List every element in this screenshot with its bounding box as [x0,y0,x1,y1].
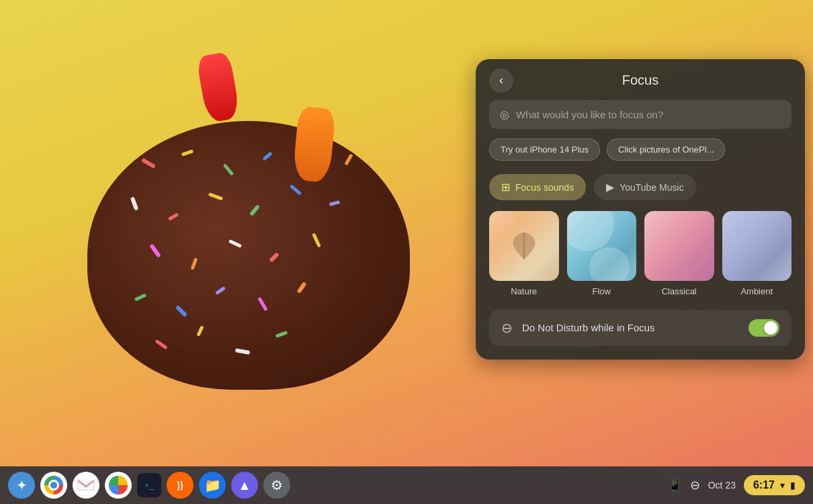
suggestions-list: Try out iPhone 14 Plus Click pictures of… [489,138,791,161]
sound-cards-grid: Nature Flow Classical Ambient [489,211,791,296]
youtube-music-label: YouTube Music [619,182,683,193]
photos-button[interactable] [105,472,132,499]
donut-body [87,121,410,390]
app-icon: ▲ [238,478,251,493]
tab-focus-sounds[interactable]: ⊞ Focus sounds [489,174,586,200]
photos-icon [109,476,128,495]
panel-header: ‹ Focus [489,73,791,88]
flow-label: Flow [593,286,611,296]
launcher-button[interactable]: ✦ [8,472,35,499]
classical-card-image [644,211,714,281]
terminal-button[interactable]: ›_ [137,473,161,497]
date-display: Oct 23 [708,480,736,491]
youtube-music-icon: ▶ [606,181,614,194]
sound-card-nature[interactable]: Nature [489,211,559,296]
suggestion-chip-2[interactable]: Click pictures of OnePl... [607,138,725,161]
focus-input[interactable] [516,109,781,120]
gmail-button[interactable] [73,472,99,499]
flow-card-image [567,211,637,281]
music-tabs: ⊞ Focus sounds ▶ YouTube Music [489,174,791,200]
wifi-icon: ▾ [780,480,785,491]
dnd-row: ⊖ Do Not Disturb while in Focus [489,310,791,346]
cros-meet-button[interactable]: )) [167,472,194,499]
focus-panel: ‹ Focus ◎ Try out iPhone 14 Plus Click p… [476,59,805,360]
nature-label: Nature [511,286,537,296]
gmail-icon [77,478,95,493]
wallpaper-art [0,0,470,467]
files-button[interactable]: 📁 [199,472,226,499]
focus-search-container[interactable]: ◎ [489,100,791,129]
ambient-label: Ambient [740,286,773,296]
focus-sounds-icon: ⊞ [501,181,510,194]
nature-card-image [489,211,559,281]
classical-label: Classical [662,286,697,296]
gummy-red [196,51,241,123]
phone-status-icon[interactable]: 📱 [667,478,682,493]
dnd-icon: ⊖ [501,320,513,336]
clock-area[interactable]: 6:17 ▾ ▮ [744,475,805,495]
suggestion-chip-1[interactable]: Try out iPhone 14 Plus [489,138,600,161]
dnd-label: Do Not Disturb while in Focus [522,322,739,333]
taskbar-apps: ✦ ›_ )) 📁 [8,472,290,499]
focus-sounds-label: Focus sounds [515,182,574,193]
chrome-icon [44,476,63,495]
terminal-icon: ›_ [144,480,154,490]
panel-title: Focus [622,73,658,88]
sound-card-ambient[interactable]: Ambient [722,211,792,296]
search-icon: ◎ [500,108,509,121]
cros-meet-icon: )) [177,480,183,491]
ambient-card-image [722,211,792,281]
back-button[interactable]: ‹ [489,69,513,93]
battery-icon: ▮ [790,480,796,491]
app-button[interactable]: ▲ [231,472,258,499]
sound-card-flow[interactable]: Flow [567,211,637,296]
tab-youtube-music[interactable]: ▶ YouTube Music [594,174,695,200]
chrome-button[interactable] [40,472,67,499]
dnd-status-icon[interactable]: ⊖ [690,478,700,493]
sound-card-classical[interactable]: Classical [644,211,714,296]
taskbar-right: 📱 ⊖ Oct 23 6:17 ▾ ▮ [667,475,805,495]
launcher-icon: ✦ [16,477,28,493]
taskbar: ✦ ›_ )) 📁 [0,466,813,504]
clock-time: 6:17 [753,479,775,491]
dnd-toggle[interactable] [748,319,779,337]
settings-button[interactable]: ⚙ [263,472,290,499]
svg-rect-0 [77,478,95,493]
files-icon: 📁 [204,477,221,493]
settings-icon: ⚙ [271,477,283,493]
